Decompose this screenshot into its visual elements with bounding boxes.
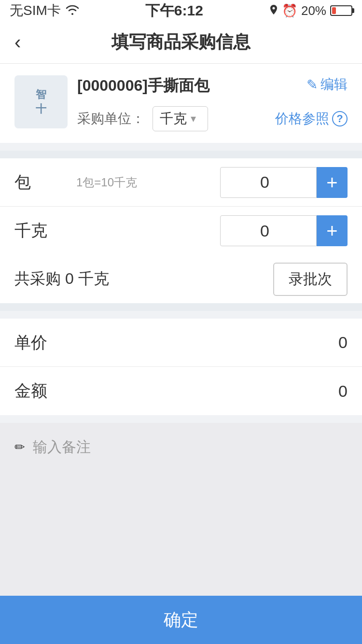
product-info: [0000006]手撕面包 ✎ 编辑 采购单位： 千克 ▾ 价格参照 ? [77,75,348,131]
page-title: 填写商品采购信息 [111,30,251,54]
edit-icon: ✎ [306,77,318,93]
unit-select[interactable]: 千克 ▾ [153,106,208,131]
amount-row: 金额 0 [0,367,362,415]
status-left: 无SIM卡 [10,1,79,20]
unit-price-row: 单价 0 [0,319,362,367]
logo-line1: 智 [36,88,46,101]
unit-label: 采购单位： [77,110,145,128]
bag-input[interactable] [220,167,317,198]
edit-button[interactable]: ✎ 编辑 [306,75,348,94]
main-content: 智 十 [0000006]手撕面包 ✎ 编辑 采购单位： 千克 ▾ [0,64,362,644]
bag-plus-button[interactable]: + [317,167,348,198]
logo-line2: 十 [36,103,46,115]
amount-label: 金额 [14,380,47,402]
summary-row: 共采购 0 千克 录批次 [0,255,362,303]
product-image: 智 十 [14,75,68,128]
purchase-unit-row: 采购单位： 千克 ▾ 价格参照 ? [77,106,348,131]
nav-bar: ‹ 填写商品采购信息 [0,21,362,64]
price-section: 单价 0 金额 0 [0,319,362,415]
amount-value: 0 [338,382,348,401]
pencil-icon: ✏ [14,440,25,455]
divider-2 [0,303,362,311]
kg-plus-button[interactable]: + [317,215,348,246]
divider-1 [0,151,362,158]
notes-section[interactable]: ✏ 输入备注 [0,423,362,472]
battery-icon [330,5,352,16]
battery-text: 20% [301,3,326,18]
location-icon [269,3,278,18]
edit-label: 编辑 [320,75,348,94]
confirm-button[interactable]: 确定 [0,596,362,644]
batch-button[interactable]: 录批次 [273,263,348,296]
wifi-icon [66,3,79,18]
price-ref-label: 价格参照 [275,110,329,128]
unit-price-value: 0 [338,333,348,352]
product-card: 智 十 [0000006]手撕面包 ✎ 编辑 采购单位： 千克 ▾ [0,64,362,143]
dropdown-chevron-icon: ▾ [191,112,196,125]
kg-input-group: + [220,215,348,246]
bag-input-group: + [220,167,348,198]
help-icon: ? [332,111,348,126]
status-right: ⏰ 20% [269,3,352,18]
back-button[interactable]: ‹ [14,27,30,58]
unit-selector-group: 采购单位： 千克 ▾ [77,106,208,131]
kg-input[interactable] [220,215,317,246]
kg-input-row: 千克 + [0,207,362,255]
status-time: 下午6:12 [145,1,203,21]
unit-price-label: 单价 [14,332,47,354]
quantity-section: 包 1包=10千克 + 千克 + [0,158,362,255]
carrier-text: 无SIM卡 [10,1,61,20]
notes-placeholder: 输入备注 [33,437,91,457]
bag-label: 包 [14,171,72,194]
summary-text: 共采购 0 千克 [14,268,109,290]
unit-value: 千克 [160,110,187,128]
price-ref-button[interactable]: 价格参照 ? [275,110,348,128]
bag-input-row: 包 1包=10千克 + [0,158,362,207]
kg-label: 千克 [14,220,72,242]
product-name: [0000006]手撕面包 [77,75,209,97]
bag-sublabel: 1包=10千克 [76,175,137,190]
alarm-icon: ⏰ [282,3,297,18]
status-bar: 无SIM卡 下午6:12 ⏰ 20% [0,0,362,21]
product-name-row: [0000006]手撕面包 ✎ 编辑 [77,75,348,97]
